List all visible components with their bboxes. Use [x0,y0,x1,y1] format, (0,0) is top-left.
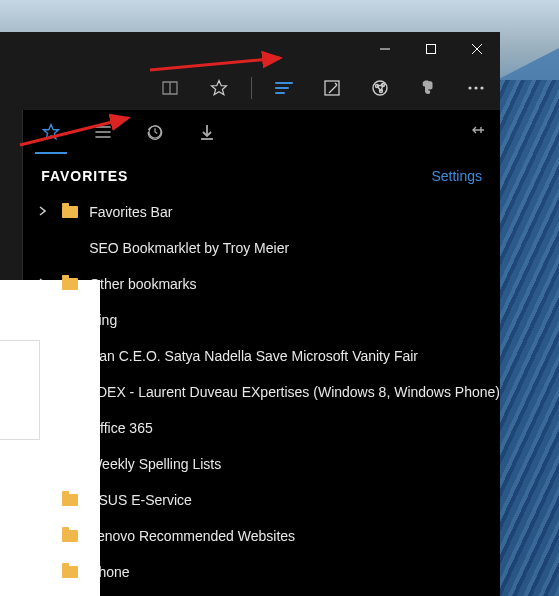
tab-reading-list[interactable] [91,110,115,154]
evernote-icon[interactable] [412,72,444,104]
content-card[interactable] [0,340,40,440]
browser-window: ous nce [0,32,500,596]
favorites-heading: FAVORITES [41,168,128,184]
maximize-button[interactable] [408,32,454,66]
close-button[interactable] [454,32,500,66]
tab-downloads[interactable] [195,110,219,154]
favorite-label: LDEX - Laurent Duveau EXpertises (Window… [89,384,500,400]
svg-rect-1 [427,45,436,54]
svg-point-15 [480,86,483,89]
browser-toolbar [0,66,500,110]
svg-rect-8 [325,81,339,95]
svg-marker-16 [44,125,59,139]
favorite-star-icon[interactable] [203,72,235,104]
window-titlebar [0,32,500,66]
favorite-label: Can C.E.O. Satya Nadella Save Microsoft … [89,348,418,364]
folder-icon [61,203,79,221]
blank-icon [61,239,79,257]
favorite-label: Lenovo Recommended Websites [89,528,295,544]
svg-point-13 [468,86,471,89]
more-icon[interactable] [460,72,492,104]
minimize-button[interactable] [362,32,408,66]
favorite-label: Other bookmarks [89,276,196,292]
reading-view-icon[interactable] [155,72,187,104]
page-background: ous nce [0,110,22,596]
favorite-label: SEO Bookmarklet by Troy Meier [89,240,289,256]
pin-icon[interactable] [470,122,486,142]
favorite-label: ASUS E-Service [89,492,192,508]
tab-history[interactable] [143,110,167,154]
favorite-label: Favorites Bar [89,204,172,220]
webnote-icon[interactable] [316,72,348,104]
chevron-right-icon[interactable] [33,206,51,218]
tab-favorites[interactable] [39,110,63,154]
webpage-content: ous nce [0,280,100,596]
favorite-item[interactable]: Favorites Bar [23,194,500,230]
favorites-settings-link[interactable]: Settings [431,168,482,184]
share-icon[interactable] [364,72,396,104]
hub-icon[interactable] [268,72,300,104]
favorite-item[interactable]: SEO Bookmarklet by Troy Meier [23,230,500,266]
svg-marker-4 [212,81,227,95]
svg-point-14 [474,86,477,89]
hub-tabs [23,110,500,154]
toolbar-separator [251,77,252,99]
favorite-label: Weekly Spelling Lists [89,456,221,472]
